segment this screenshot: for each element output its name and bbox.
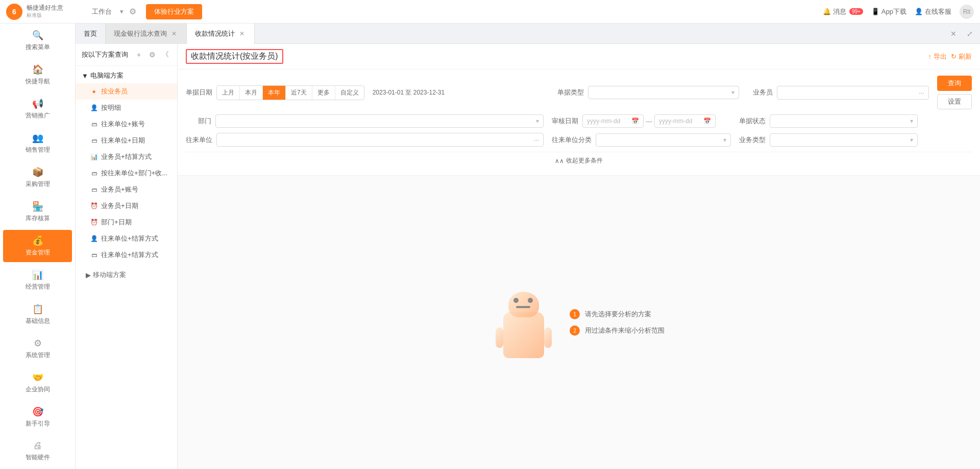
tab-close-all-btn[interactable]: ✕ [947,28,960,40]
sidebar-item-marketing[interactable]: 📢 营销推广 [3,93,72,125]
scheme-item-8[interactable]: ⏰ 部门+日期 [76,214,177,230]
notification-label: 消息 [833,7,846,16]
sidebar-item-enterprise[interactable]: 🤝 企业协同 [3,367,72,399]
sidebar-item-inventory[interactable]: 🏪 库存核算 [3,196,72,228]
scheme-item-3[interactable]: 🗃 往来单位+日期 [76,132,177,149]
review-date-start[interactable]: yyyy-mm-dd 📅 [582,114,644,128]
robot-eye-right [528,298,533,303]
scheme-item-0[interactable]: ● 按业务员 [76,83,177,100]
sidebar-item-purchase[interactable]: 📦 采购管理 [3,161,72,194]
review-date-label: 审核日期 [552,116,578,126]
trial-btn[interactable]: 体验行业方案 [146,4,202,19]
date-tab-custom[interactable]: 自定义 [335,86,364,100]
refresh-icon: ↻ [951,53,957,60]
scheme-collapse-btn[interactable]: 《 [160,49,171,60]
tab-cashflow-close[interactable]: ✕ [170,30,178,38]
scheme-item-2[interactable]: 🗃 往来单位+账号 [76,116,177,132]
date-tab-thismonth[interactable]: 本月 [240,86,263,100]
sidebar-item-sales[interactable]: 👥 销售管理 [3,127,72,159]
doc-status-chevron-icon: ▾ [910,118,913,125]
user-avatar[interactable]: Rit [960,5,974,19]
calendar-start-icon: 📅 [631,118,639,125]
sidebar-item-hardware[interactable]: 🖨 智能硬件 [3,435,72,467]
triangle-down-icon: ▼ [82,72,88,80]
sales-icon: 👥 [32,132,43,144]
scheme-group-desktop-header[interactable]: ▼ 电脑端方案 [76,68,177,83]
tab-expand-btn[interactable]: ⤢ [964,28,976,40]
dept-select[interactable]: ▾ [215,114,544,128]
sidebar-label-guide: 新手引导 [26,419,50,428]
header-settings-btn[interactable]: ⚙ [126,5,140,19]
export-btn[interactable]: ↑ 导出 [928,52,947,61]
scheme-add-btn[interactable]: + [133,49,144,60]
sidebar: 🔍 搜索菜单 🏠 快捷导航 📢 营销推广 👥 销售管理 📦 采购管理 🏪 库存核… [0,24,76,469]
party-category-select[interactable]: ▾ [596,133,731,147]
staff-more-icon[interactable]: ··· [919,89,924,97]
scheme-item-5[interactable]: 🗃 按往来单位+部门+收... [76,165,177,181]
sidebar-item-guide[interactable]: 🎯 新手引导 [3,401,72,433]
party-field: 往来单位 ··· [186,133,544,147]
triangle-right-icon: ▶ [86,271,91,279]
sidebar-item-quicknav[interactable]: 🏠 快捷导航 [3,59,72,91]
refresh-btn[interactable]: ↻ 刷新 [951,52,972,61]
query-form: 单据日期 上月 本月 本年 近7天 更多 自定义 2023-01-01 [178,69,980,176]
tab-collection[interactable]: 收款情况统计 ✕ [187,24,255,44]
date-tab-more[interactable]: 更多 [312,86,335,100]
main-content: 首页 现金银行流水查询 ✕ 收款情况统计 ✕ ✕ ⤢ 按以下方案查询 [76,24,980,469]
date-tab-lastmonth[interactable]: 上月 [217,86,240,100]
workspace-dropdown-icon[interactable]: ▾ [120,8,124,15]
settings-btn[interactable]: 设置 [937,94,972,109]
tab-collection-close[interactable]: ✕ [238,30,246,38]
scheme-group-desktop-label: 电脑端方案 [90,71,124,80]
doc-type-label: 单据类型 [557,88,584,97]
sidebar-item-system[interactable]: ⚙ 系统管理 [3,333,72,365]
online-service-btn[interactable]: 👤 在线客服 [915,7,951,16]
biz-type-select[interactable]: ▾ [770,133,918,147]
sidebar-label-enterprise: 企业协同 [26,385,50,394]
basic-icon: 📋 [32,303,43,315]
collapse-bar[interactable]: ∧∧ 收起更多条件 [186,152,972,169]
party-select[interactable]: ··· [216,133,544,147]
workspace-nav-item[interactable]: 工作台 [86,5,118,18]
sidebar-item-search[interactable]: 🔍 搜索菜单 [3,25,72,57]
brand-version: 标准版 [27,12,63,19]
dept-chevron-icon: ▾ [536,118,539,125]
scheme-item-9[interactable]: 👤 往来单位+结算方式 [76,230,177,247]
sidebar-item-operation[interactable]: 📊 经营管理 [3,264,72,296]
review-date-end[interactable]: yyyy-mm-dd 📅 [654,114,716,128]
party-more-icon[interactable]: ··· [533,136,539,144]
scheme-item-1[interactable]: 👤 按明细 [76,100,177,116]
scheme-settings-btn[interactable]: ⚙ [146,49,158,60]
tab-cashflow[interactable]: 现金银行流水查询 ✕ [106,24,187,44]
sidebar-item-basic[interactable]: 📋 基础信息 [3,298,72,331]
query-btn[interactable]: 查询 [937,76,972,91]
scheme-item-10-icon: 🗃 [90,251,98,259]
doc-status-select[interactable]: ▾ [770,114,918,128]
scheme-group-mobile-header[interactable]: ▶ 移动端方案 [76,267,177,283]
date-tab-thisyear[interactable]: 本年 [263,86,286,100]
scheme-item-4[interactable]: 📊 业务员+结算方式 [76,149,177,165]
sidebar-item-finance[interactable]: 💰 资金管理 [3,230,72,262]
tab-home[interactable]: 首页 [76,24,106,44]
date-tab-7days[interactable]: 近7天 [286,86,312,100]
empty-robot-illustration [493,287,554,358]
staff-label: 业务员 [747,88,773,97]
notification-btn[interactable]: 🔔 消息 99+ [823,7,863,16]
scheme-item-7[interactable]: ⏰ 业务员+日期 [76,198,177,214]
date-label: 单据日期 [186,88,212,97]
scheme-group-mobile-label: 移动端方案 [93,270,126,279]
scheme-panel-actions: + ⚙ 《 [133,49,171,60]
staff-select[interactable]: ··· [777,86,929,100]
date-range-text: 2023-01-01 至 2023-12-31 [369,86,449,100]
data-area: 1 请先选择要分析的方案 2 用过滤条件来缩小分析范围 [178,176,980,469]
scheme-panel-title: 按以下方案查询 [82,50,128,59]
top-header: 6 畅捷通好生意 标准版 工作台 ▾ ⚙ 体验行业方案 🔔 消息 99+ 📱 A… [0,0,980,24]
app-download-btn[interactable]: 📱 App下载 [871,7,906,16]
doc-type-select[interactable]: ▾ [588,86,739,99]
biz-type-field: 业务类型 ▾ [739,133,918,147]
purchase-icon: 📦 [32,167,43,178]
marketing-icon: 📢 [32,98,43,109]
scheme-item-10[interactable]: 🗃 往来单位+结算方式 [76,247,177,263]
scheme-item-6[interactable]: 🗃 业务员+账号 [76,181,177,198]
party-label: 往来单位 [186,135,212,145]
